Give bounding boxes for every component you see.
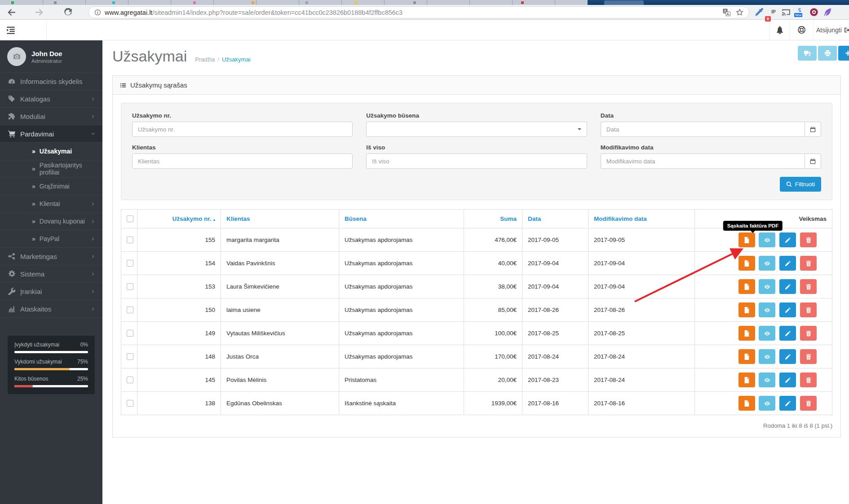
delete-order-button[interactable] [800,302,817,317]
sidebar-item[interactable]: Marketingas [0,248,102,265]
delete-order-button[interactable] [800,349,817,364]
invoice-pdf-button[interactable] [738,373,755,387]
column-header[interactable]: Suma [464,210,522,228]
add-order-button[interactable] [838,46,849,61]
sidebar-item[interactable]: » PayPal [0,230,102,248]
delete-order-button[interactable] [800,279,817,294]
invoice-pdf-button[interactable] [738,349,755,364]
delete-order-button[interactable] [800,326,817,341]
sidebar-item[interactable]: Įrankiai [0,283,102,300]
bookmark-star-icon[interactable] [736,9,743,16]
row-checkbox[interactable] [127,377,133,383]
sidebar-item[interactable]: » Klientai [0,195,102,213]
page-info-icon[interactable] [94,9,101,16]
date-input[interactable] [601,122,805,137]
logout-button[interactable]: Atsijungti [813,20,849,40]
column-header[interactable]: Užsakymo nr.▴ [137,210,221,228]
address-bar[interactable]: www.agregatai.lt/siteadmin14/index.php?r… [88,6,749,18]
view-order-button[interactable] [759,302,775,317]
total-input[interactable] [366,153,587,169]
breadcrumb-current[interactable]: Užsakymai [222,56,251,63]
date-calendar-button[interactable] [805,122,821,137]
customer-input[interactable] [132,153,353,169]
view-order-button[interactable] [759,396,775,411]
view-order-button[interactable] [759,349,775,364]
s-extension-icon[interactable]: New [795,8,804,17]
shipping-list-button[interactable] [798,46,817,61]
eyedropper-extension-icon[interactable] [755,8,764,17]
breadcrumb-home[interactable]: Pradžia [195,56,215,63]
sidebar-item[interactable]: Katalogas [0,90,102,108]
sidebar-item[interactable]: » Pasikartojantys profiliai [0,160,102,178]
delete-order-button[interactable] [800,396,817,411]
invoice-pdf-button[interactable] [738,279,755,294]
edit-order-button[interactable] [779,373,796,387]
row-checkbox[interactable] [127,400,133,407]
forward-icon[interactable] [35,8,44,17]
row-checkbox[interactable] [127,330,133,337]
view-order-button[interactable] [759,373,775,387]
trash-icon [805,330,812,337]
ip-extension-icon[interactable]: IP [769,8,778,17]
row-checkbox[interactable] [127,283,133,290]
edit-order-button[interactable] [779,396,796,411]
edit-order-button[interactable] [779,326,796,341]
view-order-button[interactable] [759,232,775,247]
delete-order-button[interactable] [800,232,817,247]
edit-order-button[interactable] [779,302,796,317]
printer-icon [824,50,831,57]
row-checkbox[interactable] [127,237,133,243]
mod-date-input[interactable] [601,153,805,169]
cast-extension-icon[interactable] [782,8,791,17]
invoice-pdf-button[interactable] [738,256,755,271]
edit-order-button[interactable] [779,256,796,271]
delete-order-button[interactable] [800,373,817,387]
view-order-button[interactable] [759,256,775,271]
sidebar-toggle-icon[interactable] [6,26,15,35]
row-checkbox[interactable] [127,260,133,267]
edit-order-button[interactable] [779,349,796,364]
browser-tabs[interactable] [0,0,588,5]
browser-tab[interactable] [604,0,644,5]
view-order-button[interactable] [759,326,775,341]
order-nr-input[interactable] [132,122,353,137]
invoice-pdf-button[interactable] [738,232,755,247]
notifications-button[interactable]: 0 [769,20,790,40]
edit-order-button[interactable] [779,279,796,294]
order-status-select[interactable] [366,122,587,137]
sidebar-item[interactable]: » Grąžinimai [0,178,102,195]
sidebar-item[interactable]: Moduliai [0,108,102,125]
cell-order-nr: 149 [137,322,221,345]
delete-order-button[interactable] [800,256,817,271]
sidebar-item[interactable]: Sistema [0,265,102,283]
edit-order-button[interactable] [779,232,796,247]
invoice-pdf-button[interactable] [738,396,755,411]
cell-customer: Povilas Mėlinis [221,368,339,392]
mod-date-calendar-button[interactable] [805,153,821,169]
sidebar-item[interactable]: » Užsakymai [0,143,102,160]
column-header[interactable]: Data [522,210,588,228]
filter-button[interactable]: Filtruoti [780,177,821,192]
reload-icon[interactable] [64,8,72,17]
sidebar-item[interactable]: Informacinis skydelis [0,73,102,90]
column-header[interactable]: Būsena [339,210,464,228]
select-all-checkbox[interactable] [127,215,133,222]
print-invoice-button[interactable] [818,46,837,61]
sidebar-item[interactable]: Ataskaitos [0,300,102,318]
column-header[interactable]: Klientas [221,210,339,228]
sidebar-item-label: PayPal [40,235,59,242]
sidebar-item[interactable]: » Dovanų kuponai [0,213,102,230]
translate-icon[interactable] [723,9,730,16]
column-header[interactable]: Modifikavimo data [588,210,695,228]
view-order-button[interactable] [759,279,775,294]
back-icon[interactable] [7,8,16,17]
gear-icon [8,270,15,277]
sidebar-item[interactable]: Pardavimai [0,125,102,143]
row-checkbox[interactable] [127,353,133,360]
row-checkbox[interactable] [127,307,133,313]
feather-extension-icon[interactable] [823,8,832,17]
invoice-pdf-button[interactable] [738,326,755,341]
help-button[interactable] [790,20,813,40]
invoice-pdf-button[interactable] [738,302,755,317]
colorpicker-extension-icon[interactable] [809,8,818,17]
